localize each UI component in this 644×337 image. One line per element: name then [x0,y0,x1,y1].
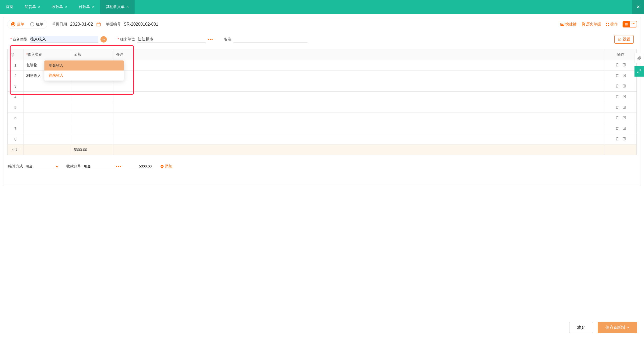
sheet-header: 蓝单 红单 单据日期 2020-01-02 单据编号 SR-20200102-0… [7,20,637,31]
svg-point-9 [12,54,13,55]
history-button[interactable]: 历史单据 [581,22,601,27]
table-row[interactable]: 3 [8,81,637,92]
row-number: 6 [8,113,24,123]
chevron-up-icon[interactable] [100,36,107,43]
attachment-button[interactable] [634,53,644,63]
add-row-icon[interactable] [622,84,626,88]
cell-remark[interactable] [113,113,605,123]
party-input[interactable] [137,36,206,43]
add-payment-button[interactable]: 添加 [160,164,172,169]
doc-date-label: 单据日期 [52,22,67,27]
cell-income-type[interactable] [24,134,71,144]
col-income-type: *收入类别 [24,49,71,60]
delete-icon[interactable] [615,63,619,67]
subtotal-row: 小计5300.00 [8,144,637,155]
gear-icon[interactable] [10,53,21,57]
settings-button[interactable]: 设置 [614,35,634,44]
account-label: 收款账号 [66,164,81,169]
remark-label: 备注 [224,37,231,42]
close-icon[interactable]: × [92,5,94,9]
cell-amount[interactable] [71,92,113,102]
expand-button[interactable] [634,66,644,77]
party-field: 往来单位 ••• [117,36,213,43]
delete-icon[interactable] [615,126,619,130]
cell-income-type[interactable] [24,81,71,92]
row-number: 1 [8,60,24,71]
svg-rect-5 [608,25,609,26]
add-row-icon[interactable] [622,63,626,67]
cell-income-type[interactable] [24,123,71,134]
option-party-income[interactable]: 往来收入 [44,71,124,81]
radio-red[interactable]: 红单 [29,21,45,27]
delete-icon[interactable] [615,95,619,99]
delete-icon[interactable] [615,105,619,109]
add-row-icon[interactable] [622,95,626,99]
settle-method-input[interactable] [25,164,54,169]
shortcut-button[interactable]: 快捷键 [560,22,577,27]
panel-close-button[interactable]: × [632,0,644,14]
cell-remark[interactable] [113,60,605,71]
close-icon[interactable]: × [127,5,129,9]
cell-amount[interactable] [71,81,113,92]
table-row[interactable]: 5 [8,102,637,113]
cell-amount[interactable] [71,102,113,113]
row-number: 3 [8,81,24,92]
table-row[interactable]: 4 [8,92,637,102]
calendar-icon[interactable] [96,22,101,27]
view-compact[interactable] [630,21,637,27]
add-row-icon[interactable] [622,73,626,77]
add-row-icon[interactable] [622,137,626,141]
tab-payment[interactable]: 付款单× [73,0,100,14]
delete-icon[interactable] [615,116,619,120]
cell-remark[interactable] [113,92,605,102]
cell-income-type[interactable] [24,102,71,113]
add-row-icon[interactable] [622,105,626,109]
add-row-icon[interactable] [622,126,626,130]
ops-button[interactable]: 操作 [606,22,618,27]
view-toggle [623,21,637,27]
table-row[interactable]: 8 [8,134,637,144]
close-icon[interactable]: × [38,5,40,9]
option-cash-income[interactable]: 现金收入 [44,60,124,71]
cell-remark[interactable] [113,71,605,81]
radio-blue[interactable]: 蓝单 [10,21,26,27]
view-list[interactable] [623,21,630,27]
cell-remark[interactable] [113,81,605,92]
biz-type-input[interactable] [30,36,98,43]
tab-home[interactable]: 首页 [0,0,19,14]
add-row-icon[interactable] [622,116,626,120]
payment-amount-input[interactable] [129,164,153,169]
more-icon[interactable]: ••• [208,37,213,41]
tab-sales[interactable]: 销货单× [19,0,46,14]
row-number: 4 [8,92,24,102]
remark-input[interactable] [233,36,307,43]
svg-rect-4 [606,25,607,26]
tab-other-income[interactable]: 其他收入单× [100,0,135,14]
plus-icon [160,165,164,168]
biz-type-dropdown: 现金收入 往来收入 [44,60,124,81]
cell-income-type[interactable] [24,92,71,102]
cell-amount[interactable] [71,113,113,123]
table-row[interactable]: 6 [8,113,637,123]
doc-no: 单据编号 SR-20200102-001 [106,21,159,27]
delete-icon[interactable] [615,137,619,141]
delete-icon[interactable] [615,84,619,88]
gear-icon [618,38,622,41]
cell-amount[interactable] [71,134,113,144]
tab-receipt[interactable]: 收款单× [46,0,73,14]
chevron-down-icon[interactable] [55,165,59,168]
cell-remark[interactable] [113,134,605,144]
cell-income-type[interactable] [24,113,71,123]
more-icon[interactable]: ••• [116,164,122,168]
close-icon[interactable]: × [65,5,67,9]
cell-remark[interactable] [113,123,605,134]
topbar: 首页 销货单× 收款单× 付款单× 其他收入单× × [0,0,644,14]
cell-remark[interactable] [113,102,605,113]
radio-icon [11,22,15,26]
delete-icon[interactable] [615,73,619,77]
cell-amount[interactable] [71,123,113,134]
table-row[interactable]: 7 [8,123,637,134]
doc-date: 单据日期 2020-01-02 [52,21,101,28]
doc-date-value[interactable]: 2020-01-02 [69,21,94,28]
account-input[interactable] [83,164,114,169]
